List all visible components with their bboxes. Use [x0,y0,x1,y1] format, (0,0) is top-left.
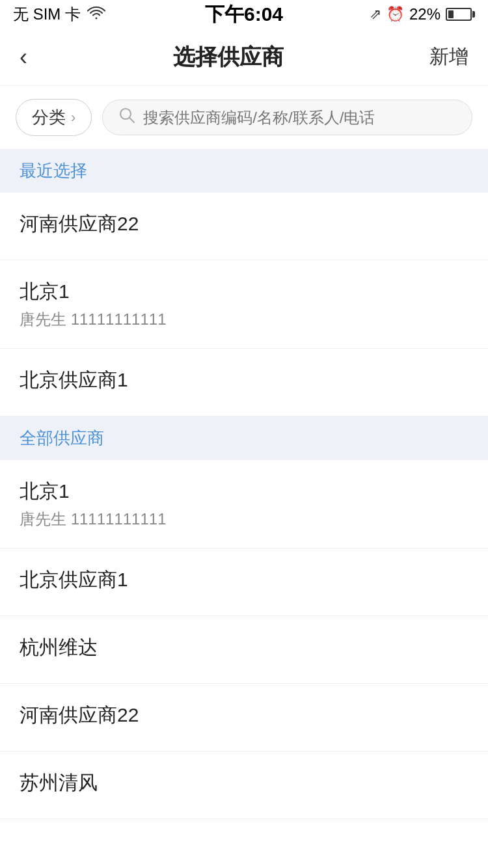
all-list: 北京1唐先生 11111111111北京供应商1杭州维达河南供应商22苏州清风 [0,460,488,819]
all-section-label: 全部供应商 [20,428,104,448]
list-item[interactable]: 北京1唐先生 11111111111 [0,260,488,349]
chevron-right-icon: › [71,109,75,126]
battery-percent: 22% [409,5,441,23]
list-item-sub: 唐先生 11111111111 [20,509,468,530]
back-button[interactable]: ‹ [20,44,27,71]
list-item-name: 北京供应商1 [20,367,468,394]
svg-line-1 [129,118,134,122]
status-left: 无 SIM 卡 [13,4,105,25]
recent-list: 河南供应商22北京1唐先生 11111111111北京供应商1 [0,193,488,416]
list-item-name: 杭州维达 [20,634,468,661]
search-box [102,100,472,135]
list-item-name: 北京供应商1 [20,567,468,593]
nav-bar: ‹ 选择供应商 新增 [0,29,488,86]
category-button[interactable]: 分类 › [16,99,92,136]
all-section-header: 全部供应商 [0,416,488,460]
battery-icon [446,8,475,21]
list-item[interactable]: 北京1唐先生 11111111111 [0,460,488,549]
recent-section-label: 最近选择 [20,161,87,180]
add-button[interactable]: 新增 [429,44,468,70]
location-icon: ⇗ [370,6,381,23]
alarm-icon: ⏰ [386,6,404,23]
status-bar: 无 SIM 卡 下午6:04 ⇗ ⏰ 22% [0,0,488,29]
list-item-name: 苏州清风 [20,770,468,796]
list-item[interactable]: 北京供应商1 [0,549,488,616]
list-item-name: 河南供应商22 [20,211,468,237]
category-label: 分类 [32,106,66,129]
wifi-icon [87,5,105,23]
page-title: 选择供应商 [173,42,284,72]
status-right: ⇗ ⏰ 22% [370,5,475,23]
search-input[interactable] [143,109,456,127]
list-item[interactable]: 杭州维达 [0,616,488,684]
carrier-text: 无 SIM 卡 [13,4,81,25]
list-item-name: 北京1 [20,478,468,505]
list-item[interactable]: 河南供应商22 [0,684,488,752]
recent-section-header: 最近选择 [0,149,488,193]
list-item-name: 河南供应商22 [20,702,468,729]
list-item-sub: 唐先生 11111111111 [20,309,468,330]
search-icon [118,107,135,128]
list-item[interactable]: 北京供应商1 [0,349,488,416]
list-item[interactable]: 河南供应商22 [0,193,488,260]
status-time: 下午6:04 [205,1,283,28]
filter-row: 分类 › [0,86,488,149]
list-item-name: 北京1 [20,278,468,305]
list-item[interactable]: 苏州清风 [0,752,488,819]
